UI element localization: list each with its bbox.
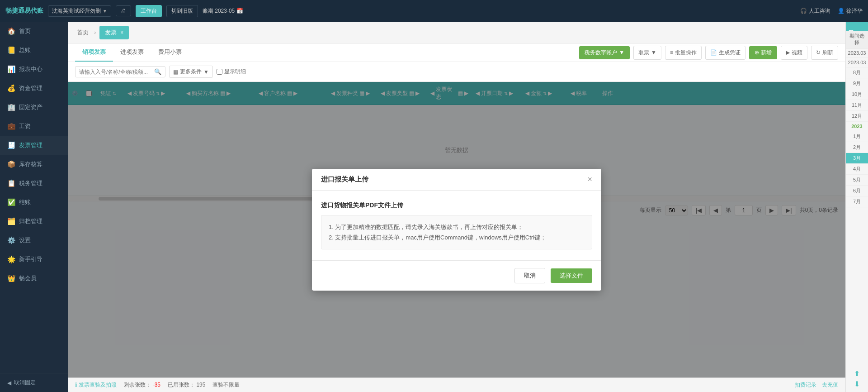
month-3-active[interactable]: 3月 <box>846 153 868 164</box>
modal-body: 进口货物报关单PDF文件上传 1. 为了更加精准的数据匹配，请先录入海关缴款书，… <box>312 191 601 261</box>
sidebar-label-tax: 税务管理 <box>19 179 42 187</box>
period-info: 账期 2023-05 📅 <box>203 7 243 15</box>
sidebar-label-funds: 资金管理 <box>19 84 42 92</box>
batch-operation-button[interactable]: ≡ 批量操作 <box>665 46 702 60</box>
content-header: 首页 › 发票 × <box>68 22 845 43</box>
month-11[interactable]: 11月 <box>846 100 868 111</box>
select-file-button[interactable]: 选择文件 <box>551 268 592 283</box>
sidebar-label-invoice: 发票管理 <box>19 141 42 149</box>
search-toolbar: 🔍 ▦ 更多条件 ▼ 显示明细 <box>68 62 845 82</box>
generate-icon: 📄 <box>710 49 717 56</box>
notice-item-2: 2. 支持批量上传进口报关单，mac用户使用Command键，windows用户… <box>329 232 585 243</box>
workspace-button[interactable]: 工作台 <box>136 5 162 17</box>
chevron-down-icon: ▼ <box>103 9 107 14</box>
sidebar-item-funds[interactable]: 💰 资金管理 <box>0 79 68 98</box>
open-date-panel-button[interactable]: 开票日期 <box>846 22 868 31</box>
search-input[interactable] <box>79 69 152 75</box>
support-button[interactable]: 🎧 人工咨询 <box>800 7 830 15</box>
sidebar-item-guide[interactable]: 🌟 新手引导 <box>0 250 68 269</box>
calendar-icon[interactable]: 📅 <box>236 8 243 14</box>
unpin-button[interactable]: ◀ 取消固定 <box>0 373 68 392</box>
invoice-check-link[interactable]: ℹ 发票查验及拍照 <box>75 381 117 389</box>
close-tab-icon[interactable]: × <box>120 29 123 36</box>
sidebar-label-inventory: 库存核算 <box>19 160 42 168</box>
footer-links: 扣费记录 去充值 <box>795 381 838 389</box>
headset-icon: 🎧 <box>800 8 807 14</box>
modal-footer: 取消 选择文件 <box>312 260 601 291</box>
collapse-up-icon[interactable]: ⬆ <box>854 369 860 378</box>
show-detail-checkbox[interactable]: 显示明细 <box>217 68 246 76</box>
sidebar-label-settlement: 结账 <box>19 198 31 206</box>
sidebar-item-tax[interactable]: 📋 税务管理 <box>0 174 68 193</box>
top-bar: 畅捷通易代账 沈海英测试经营勿删 ▼ 🖨 工作台 切到旧版 账期 2023-05… <box>0 0 868 22</box>
import-customs-modal: 进口报关单上传 × 进口货物报关单PDF文件上传 1. 为了更加精准的数据匹配，… <box>312 169 601 291</box>
sidebar-item-settlement[interactable]: ✅ 结账 <box>0 193 68 212</box>
print-icon-btn[interactable]: 🖨 <box>116 5 131 16</box>
tax-icon: 📋 <box>7 179 15 187</box>
month-1[interactable]: 1月 <box>846 131 868 142</box>
filter-arrow-icon: ▼ <box>203 69 209 75</box>
company-selector[interactable]: 沈海英测试经营勿删 ▼ <box>48 5 111 17</box>
generate-voucher-button[interactable]: 📄 生成凭证 <box>705 46 745 60</box>
fee-record-link[interactable]: 扣费记录 <box>795 381 816 389</box>
sidebar-item-home[interactable]: 🏠 首页 <box>0 22 68 41</box>
user-avatar[interactable]: 👤 徐泽华 <box>838 7 863 15</box>
month-8[interactable]: 8月 <box>846 67 868 78</box>
salary-icon: 💼 <box>7 122 15 130</box>
sidebar-label-settings: 设置 <box>19 236 31 244</box>
tab-purchase-invoice[interactable]: 进项发票 <box>113 43 151 62</box>
month-9[interactable]: 9月 <box>846 78 868 89</box>
sidebar-label-ledger: 总账 <box>19 46 31 54</box>
vip-icon: 👑 <box>7 274 15 282</box>
month-6[interactable]: 6月 <box>846 186 868 196</box>
remaining-label: 剩余张数： -35 <box>124 381 160 389</box>
month-12[interactable]: 12月 <box>846 111 868 122</box>
sidebar-item-archive[interactable]: 🗂️ 归档管理 <box>0 212 68 231</box>
more-filter-button[interactable]: ▦ 更多条件 ▼ <box>169 66 213 78</box>
company-name: 沈海英测试经营勿删 <box>52 7 101 15</box>
funds-icon: 💰 <box>7 84 15 92</box>
sidebar-item-settings[interactable]: ⚙️ 设置 <box>0 231 68 250</box>
sidebar-item-invoice[interactable]: 🧾 发票管理 <box>0 136 68 155</box>
sidebar-item-reports[interactable]: 📊 报表中心 <box>0 60 68 79</box>
cancel-ticket-button[interactable]: 取票 ▼ <box>633 46 661 60</box>
month-2023-03-1[interactable]: 2023.03 <box>846 48 868 58</box>
collapse-down-icon[interactable]: ⬇ <box>854 380 860 388</box>
sidebar-item-salary[interactable]: 💼 工资 <box>0 117 68 136</box>
video-button[interactable]: ▶ 视频 <box>781 46 807 60</box>
switch-old-version-button[interactable]: 切到旧版 <box>166 5 198 17</box>
app-logo: 畅捷通易代账 <box>5 7 43 15</box>
sidebar-label-vip: 畅会员 <box>19 274 37 282</box>
year-2023[interactable]: 2023 <box>846 122 868 131</box>
avatar-icon: 👤 <box>838 8 844 14</box>
detail-checkbox-input[interactable] <box>217 69 222 75</box>
month-2[interactable]: 2月 <box>846 142 868 153</box>
home-tab[interactable]: 首页 <box>75 29 90 37</box>
sidebar-item-ledger[interactable]: 📒 总账 <box>0 41 68 60</box>
refresh-button[interactable]: ↻ 刷新 <box>811 46 838 60</box>
tax-digital-account-button[interactable]: 税务数字账户 ▼ <box>579 46 630 59</box>
search-box[interactable]: 🔍 <box>75 66 165 77</box>
tab-sales-invoice[interactable]: 销项发票 <box>75 43 113 62</box>
invoice-tabs: 销项发票 进项发票 费用小票 税务数字账户 ▼ 取票 ▼ ≡ 批量操作 <box>68 43 845 62</box>
recharge-link[interactable]: 去充值 <box>822 381 838 389</box>
add-invoice-button[interactable]: ⊕ 新增 <box>749 46 777 59</box>
pin-icon: ◀ <box>7 380 11 386</box>
tab-expense-receipt[interactable]: 费用小票 <box>151 43 189 62</box>
modal-section-title: 进口货物报关单PDF文件上传 <box>321 201 592 210</box>
month-5[interactable]: 5月 <box>846 175 868 186</box>
settlement-icon: ✅ <box>7 198 15 206</box>
invoice-tab[interactable]: 发票 × <box>99 26 129 39</box>
filter-icon: ▦ <box>173 69 178 75</box>
month-7[interactable]: 7月 <box>846 196 868 207</box>
sidebar-item-vip[interactable]: 👑 畅会员 <box>0 269 68 288</box>
month-10[interactable]: 10月 <box>846 89 868 100</box>
sidebar-item-assets[interactable]: 🏢 固定资产 <box>0 98 68 117</box>
month-4[interactable]: 4月 <box>846 164 868 175</box>
modal-close-button[interactable]: × <box>587 175 592 183</box>
search-icon[interactable]: 🔍 <box>154 68 161 75</box>
add-icon: ⊕ <box>755 49 759 56</box>
sidebar-item-inventory[interactable]: 📦 库存核算 <box>0 155 68 174</box>
modal-cancel-button[interactable]: 取消 <box>514 268 545 283</box>
month-2023-03-2[interactable]: 2023.03 <box>846 58 868 67</box>
